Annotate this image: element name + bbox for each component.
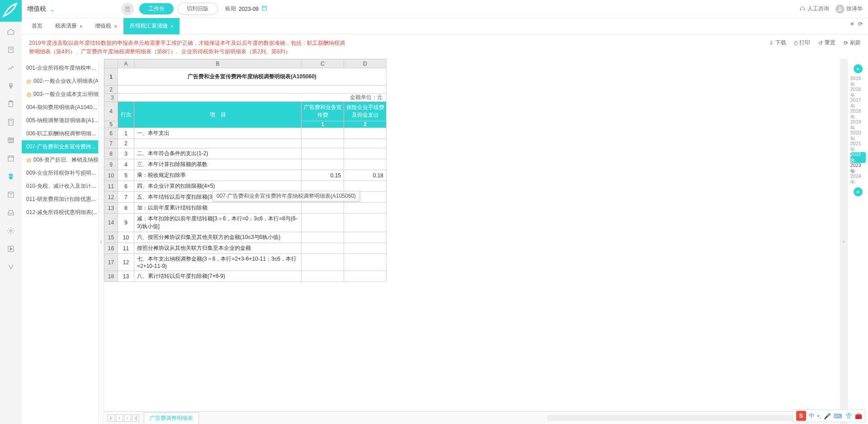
year-up-icon[interactable]: « [854, 64, 863, 73]
tab[interactable]: 首页 [25, 18, 49, 34]
text-cell[interactable]: 六、按照分摊协议归集至其他关联方的金额(10≤3与6孰小值) [134, 232, 302, 243]
value-cell[interactable] [302, 159, 344, 170]
print-button[interactable]: ⎙打印 [794, 39, 810, 47]
text-cell[interactable]: 三、本年计算扣除限额的基数 [134, 159, 302, 170]
module-dropdown[interactable]: 增值税 ⌄ [27, 5, 118, 13]
sheet-nav-last[interactable]: ›| [132, 414, 139, 422]
row-header[interactable]: 18 [104, 271, 118, 282]
sheet-tab[interactable]: 广宣费调整明细表 [144, 412, 199, 424]
col-header[interactable]: B [134, 59, 302, 68]
seq-cell[interactable]: 12 [118, 254, 134, 271]
text-cell[interactable]: 一、本年支出 [134, 128, 302, 139]
row-header[interactable]: 9 [104, 159, 118, 170]
calendar-icon[interactable] [261, 5, 268, 13]
row-header[interactable]: 4 [104, 102, 118, 121]
row-header[interactable]: 5 [104, 121, 118, 128]
expand-right[interactable]: › [840, 59, 847, 424]
ime-punc[interactable]: •, [817, 413, 821, 419]
value-cell[interactable] [344, 181, 387, 192]
nav-home-icon[interactable] [0, 24, 22, 40]
value-cell[interactable] [302, 254, 344, 271]
list-item[interactable]: 007-广告费和业务宣传费跨... [22, 140, 98, 153]
value-cell[interactable] [302, 243, 344, 254]
seq-cell[interactable]: 11 [118, 243, 134, 254]
year-chip[interactable]: 2020年 [850, 130, 866, 141]
year-chip[interactable]: 2022年 [850, 152, 866, 163]
nav-doc-icon[interactable] [0, 42, 22, 58]
ime-lang[interactable]: 中 [809, 412, 815, 420]
list-item[interactable]: 001-企业所得税年度纳税申... [22, 62, 98, 75]
list-item[interactable]: 004-期间费用明细表(A1040... [22, 101, 98, 114]
nav-calc-icon[interactable] [0, 114, 22, 130]
app-logo[interactable] [0, 0, 22, 22]
sheet-nav-prev[interactable]: ‹ [116, 414, 123, 422]
list-item[interactable]: 005-纳税调整项目明细表(A1... [22, 114, 98, 127]
seq-cell[interactable]: 8 [118, 203, 134, 214]
ime-mic-icon[interactable]: 🎤 [824, 413, 831, 419]
support-link[interactable]: 人工咨询 [799, 5, 829, 13]
seq-cell[interactable]: 13 [118, 271, 134, 282]
value-cell[interactable]: 0.15 [302, 170, 344, 181]
list-item[interactable]: 012-减免所得税优惠明细表(... [22, 206, 98, 219]
nav-abacus-icon[interactable] [0, 132, 22, 148]
doc-circle-button[interactable] [121, 3, 134, 15]
row-header[interactable]: 12 [104, 192, 118, 203]
row-header[interactable]: 15 [104, 232, 118, 243]
value-cell[interactable] [344, 128, 387, 139]
value-cell[interactable]: 0.18 [344, 170, 387, 181]
year-chip[interactable]: 2016年 [850, 87, 866, 98]
sheet-nav-first[interactable]: |‹ [108, 414, 115, 422]
nav-inbox-icon[interactable] [0, 205, 22, 221]
row-header[interactable]: 16 [104, 243, 118, 254]
sheet-nav-next[interactable]: › [124, 414, 131, 422]
list-item[interactable]: 010-免税、减计收入及加计... [22, 180, 98, 193]
year-chip[interactable]: 2021年 [850, 141, 866, 152]
value-cell[interactable] [344, 243, 387, 254]
list-item[interactable]: 006-职工薪酬纳税调整明细... [22, 127, 98, 140]
nav-money-icon[interactable] [0, 78, 22, 94]
list-item[interactable]: ⊘002-一般企业收入明细表(A... [22, 75, 98, 88]
value-cell[interactable] [302, 139, 344, 148]
tab[interactable]: 税表清册× [49, 18, 89, 34]
user-menu[interactable]: 徐泽华 [835, 5, 863, 14]
year-chip[interactable]: 2018年 [850, 109, 866, 119]
row-header[interactable]: 2 [104, 86, 118, 94]
year-chip[interactable]: 2017年 [850, 98, 866, 109]
text-cell[interactable]: 按照分摊协议从其他关联方归集至本企业的金额 [134, 243, 302, 254]
year-chip[interactable]: 2023年 [850, 163, 866, 174]
value-cell[interactable] [344, 271, 387, 282]
row-header[interactable]: 17 [104, 254, 118, 271]
ime-logo[interactable]: S [796, 411, 806, 421]
ime-skin-icon[interactable]: 👕 [845, 413, 852, 419]
switch-old-button[interactable]: 切到旧版 [177, 3, 218, 15]
value-cell[interactable] [302, 148, 344, 159]
row-header[interactable]: 1 [104, 68, 118, 86]
collapse-handle[interactable]: ‹ [99, 59, 104, 424]
close-icon[interactable]: × [80, 24, 82, 29]
refresh-button[interactable]: ⟳刷新 [844, 39, 861, 47]
value-cell[interactable] [344, 232, 387, 243]
tab[interactable]: 增值税× [89, 18, 123, 34]
text-cell[interactable] [134, 139, 302, 148]
row-header[interactable]: 7 [104, 139, 118, 148]
year-down-icon[interactable]: » [854, 187, 863, 196]
text-cell[interactable]: 八、累计结转以后年度扣除额(7+8-9) [134, 271, 302, 282]
corner-cell[interactable] [104, 59, 118, 68]
text-cell[interactable]: 四、本企业计算的扣除限额(4×5) [134, 181, 302, 192]
seq-cell[interactable]: 4 [118, 159, 134, 170]
text-cell[interactable]: 七、本年支出纳税调整金额(3＞6，本行=2+3-6+10-11；3≤6，本行=2… [134, 254, 302, 271]
value-cell[interactable] [302, 271, 344, 282]
seq-cell[interactable]: 10 [118, 232, 134, 243]
refresh-tabs-icon[interactable]: ⟳ [858, 21, 863, 27]
year-chip[interactable]: 2019年 [850, 119, 866, 130]
row-header[interactable]: 10 [104, 170, 118, 181]
nav-v-icon[interactable] [0, 259, 22, 275]
tab[interactable]: 所得税汇算清缴× [123, 18, 179, 34]
row-header[interactable]: 3 [104, 94, 118, 102]
row-header[interactable]: 8 [104, 148, 118, 159]
nav-clipboard-icon[interactable] [0, 96, 22, 112]
col-header[interactable]: A [118, 59, 134, 68]
close-icon[interactable]: × [114, 24, 117, 29]
year-chip[interactable]: 2024年 [850, 174, 866, 185]
close-icon[interactable]: × [170, 24, 173, 29]
